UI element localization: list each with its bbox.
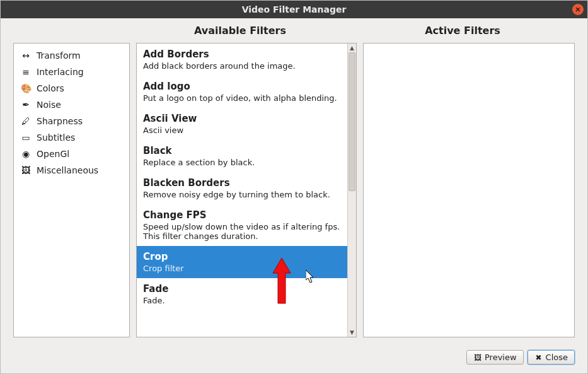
active-filters-panel: [363, 43, 575, 337]
subtitles-icon: ▭: [20, 132, 32, 143]
filter-name: Add logo: [143, 81, 341, 92]
video-filter-manager-window: Video Filter Manager Available Filters A…: [0, 0, 588, 374]
preview-icon: 🖼: [473, 353, 482, 362]
filter-crop[interactable]: Crop Crop filter: [137, 246, 347, 278]
window-close-button[interactable]: [572, 4, 584, 15]
window-title: Video Filter Manager: [242, 4, 347, 15]
active-filters-heading: Active Filters: [350, 25, 575, 37]
scroll-down-arrow-icon[interactable]: ▼: [348, 328, 356, 337]
filter-ascii-view[interactable]: Ascii View Ascii view: [137, 108, 347, 140]
filter-change-fps[interactable]: Change FPS Speed up/slow down the video …: [137, 204, 347, 246]
filter-desc: Ascii view: [143, 126, 341, 135]
panels-row: ↔ Transform ≡ Interlacing 🎨 Colors ✒ Noi…: [1, 37, 587, 344]
category-interlacing[interactable]: ≡ Interlacing: [14, 64, 129, 80]
scroll-up-arrow-icon[interactable]: ▲: [348, 44, 356, 52]
filter-black[interactable]: Black Replace a section by black.: [137, 140, 347, 172]
filter-name: Crop: [143, 251, 341, 262]
close-icon: ✖: [534, 353, 543, 362]
category-label: Sharpness: [37, 116, 83, 126]
category-label: OpenGl: [37, 149, 69, 159]
filter-add-borders[interactable]: Add Borders Add black borders around the…: [137, 44, 347, 76]
category-label: Interlacing: [37, 67, 84, 77]
filter-desc: Add black borders around the image.: [143, 61, 341, 71]
transform-icon: ↔: [20, 50, 32, 61]
available-filters-list: Add Borders Add black borders around the…: [137, 44, 347, 337]
client-area: Available Filters Active Filters ↔ Trans…: [1, 18, 587, 373]
opengl-icon: ◉: [20, 148, 32, 160]
close-label: Close: [546, 353, 568, 362]
filter-add-logo[interactable]: Add logo Put a logo on top of video, wit…: [137, 76, 347, 108]
available-scrollbar[interactable]: ▲ ▼: [347, 44, 356, 337]
filter-blacken-borders[interactable]: Blacken Borders Remove noisy edge by tur…: [137, 172, 347, 204]
filter-name: Ascii View: [143, 113, 341, 124]
category-list: ↔ Transform ≡ Interlacing 🎨 Colors ✒ Noi…: [13, 43, 130, 337]
category-sharpness[interactable]: 🖊 Sharpness: [14, 113, 129, 129]
category-colors[interactable]: 🎨 Colors: [14, 80, 129, 96]
dialog-footer: 🖼 Preview ✖ Close: [1, 344, 587, 373]
category-miscellaneous[interactable]: 🖼 Miscellaneous: [14, 162, 129, 178]
filter-desc: Remove noisy edge by turning them to bla…: [143, 190, 341, 199]
preview-button[interactable]: 🖼 Preview: [466, 350, 524, 365]
filter-name: Add Borders: [143, 49, 341, 60]
filter-desc: Replace a section by black.: [143, 158, 341, 167]
filter-desc: Fade.: [143, 296, 341, 305]
category-subtitles[interactable]: ▭ Subtitles: [14, 129, 129, 146]
filter-name: Change FPS: [143, 209, 341, 221]
preview-label: Preview: [485, 353, 517, 362]
category-label: Miscellaneous: [37, 165, 98, 175]
colors-icon: 🎨: [20, 83, 32, 94]
category-opengl[interactable]: ◉ OpenGl: [14, 146, 129, 162]
category-noise[interactable]: ✒ Noise: [14, 96, 129, 113]
close-button[interactable]: ✖ Close: [527, 350, 575, 365]
category-transform[interactable]: ↔ Transform: [14, 47, 129, 64]
close-icon: [575, 6, 581, 13]
filter-desc: Speed up/slow down the video as if alter…: [143, 222, 341, 241]
available-filters-heading: Available Filters: [130, 25, 350, 37]
category-label: Transform: [37, 50, 81, 61]
category-label: Colors: [37, 83, 64, 93]
filter-desc: Crop filter: [143, 264, 341, 273]
sharpness-icon: 🖊: [20, 115, 32, 127]
scroll-thumb[interactable]: [349, 52, 355, 191]
misc-icon: 🖼: [20, 165, 32, 176]
filter-name: Black: [143, 145, 341, 156]
filter-desc: Put a logo on top of video, with alpha b…: [143, 93, 341, 103]
category-label: Subtitles: [37, 132, 75, 143]
noise-icon: ✒: [20, 99, 32, 110]
titlebar: Video Filter Manager: [1, 1, 587, 18]
available-filters-panel: Add Borders Add black borders around the…: [136, 43, 357, 337]
category-label: Noise: [37, 100, 61, 110]
filter-fade[interactable]: Fade Fade.: [137, 278, 347, 310]
filter-name: Fade: [143, 283, 341, 295]
column-headings: Available Filters Active Filters: [1, 25, 587, 37]
filter-name: Blacken Borders: [143, 177, 341, 189]
interlacing-icon: ≡: [20, 66, 32, 78]
